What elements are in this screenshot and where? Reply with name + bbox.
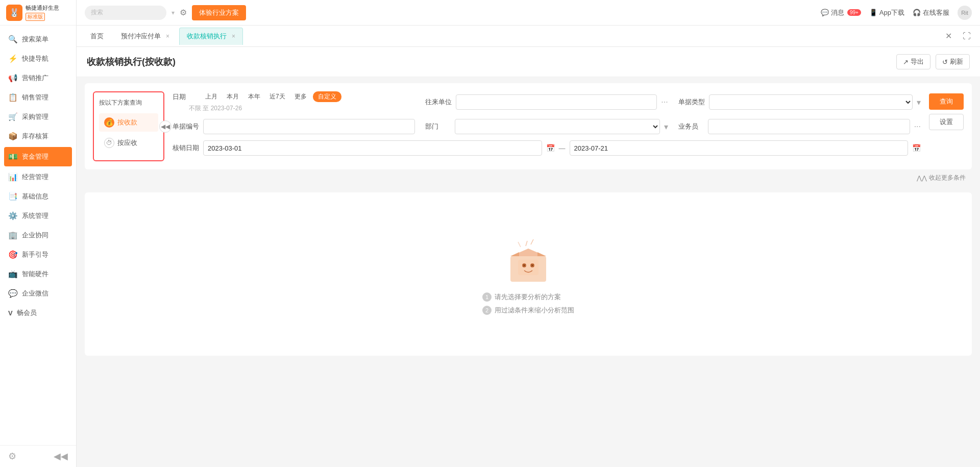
sidebar-item-finance[interactable]: 💵 资金管理 xyxy=(4,147,72,166)
doc-number-input[interactable] xyxy=(203,119,415,134)
empty-illustration xyxy=(498,233,559,284)
page-header-actions: ↗ 导出 ↺ 刷新 xyxy=(896,54,970,77)
filter-row-2: 单据编号 部门 ▾ 业务员 xyxy=(173,119,921,134)
page-content: 收款核销执行(按收款) ↗ 导出 ↺ 刷新 按以下方案查询 xyxy=(77,47,980,467)
main-area: 搜索 ▾ ⚙ 体验行业方案 💬 消息 99+ 📱 App下载 🎧 在线客服 Ri… xyxy=(77,0,980,467)
sidebar-item-search[interactable]: 🔍 搜索菜单 xyxy=(0,30,76,49)
last-month-shortcut[interactable]: 上月 xyxy=(202,91,220,102)
sidebar-item-wechat[interactable]: 💬 企业微信 xyxy=(0,284,76,303)
topbar-left: 搜索 ▾ ⚙ 体验行业方案 xyxy=(85,5,246,20)
list-area: 1 请先选择要分析的方案 2 用过滤条件来缩小分析范围 xyxy=(85,192,972,356)
tip-1-number: 1 xyxy=(482,292,492,302)
sidebar-item-hardware[interactable]: 📺 智能硬件 xyxy=(0,264,76,284)
filter-fields: 日期 上月 本月 本年 近7天 更多 自定义 不限 至 2 xyxy=(173,91,921,161)
quick-nav-icon: ⚡ xyxy=(8,54,18,63)
query-button[interactable]: 查询 xyxy=(929,93,964,110)
topbar-right: 💬 消息 99+ 📱 App下载 🎧 在线客服 Rit xyxy=(821,6,972,20)
sidebar-item-sales[interactable]: 📋 销售管理 xyxy=(0,88,76,107)
topbar-gear-icon[interactable]: ⚙ xyxy=(180,8,187,17)
department-label: 部门 xyxy=(425,122,451,131)
topbar: 搜索 ▾ ⚙ 体验行业方案 💬 消息 99+ 📱 App下载 🎧 在线客服 Ri… xyxy=(77,0,980,26)
app-version: 标准版 xyxy=(26,13,45,21)
doc-number-label: 单据编号 xyxy=(173,122,199,131)
sidebar-item-basic-info[interactable]: 📑 基础信息 xyxy=(0,187,76,206)
close-tab-icon[interactable]: ✕ xyxy=(941,29,955,43)
staff-field: 业务员 ··· xyxy=(678,119,921,134)
verify-date-end-calendar-icon[interactable]: 📅 xyxy=(912,144,921,152)
industry-solution-button[interactable]: 体验行业方案 xyxy=(192,5,246,20)
marketing-icon: 📢 xyxy=(8,73,18,83)
sidebar-item-marketing[interactable]: 📢 营销推广 xyxy=(0,68,76,88)
counterparty-picker-icon[interactable]: ··· xyxy=(661,97,668,107)
this-year-shortcut[interactable]: 本年 xyxy=(245,91,263,102)
user-avatar[interactable]: Rit xyxy=(958,6,972,20)
sidebar-item-business[interactable]: 📊 经营管理 xyxy=(0,167,76,187)
member-icon: V xyxy=(8,309,13,317)
sidebar-item-member[interactable]: V 畅会员 xyxy=(0,303,76,323)
counterparty-field: 往来单位 ··· xyxy=(425,94,668,110)
department-select[interactable] xyxy=(455,119,659,134)
sidebar-item-inventory[interactable]: 📦 库存核算 xyxy=(0,127,76,146)
export-icon: ↗ xyxy=(903,58,909,66)
messages-badge: 99+ xyxy=(847,9,861,16)
date-hint: 不限 至 2023-07-26 xyxy=(189,104,415,113)
expand-tab-icon[interactable]: ⛶ xyxy=(960,29,974,43)
refresh-button[interactable]: ↺ 刷新 xyxy=(936,54,970,69)
collapse-more-bar: ⋀⋀ 收起更多条件 xyxy=(77,171,980,188)
verify-date-start-calendar-icon[interactable]: 📅 xyxy=(546,144,555,152)
export-button[interactable]: ↗ 导出 xyxy=(896,54,930,69)
tab-prepay[interactable]: 预付冲应付单 × xyxy=(113,28,177,45)
staff-label: 业务员 xyxy=(678,122,704,131)
doc-type-select[interactable] xyxy=(709,94,913,110)
filter-collapse-button[interactable]: ◀◀ xyxy=(159,120,172,133)
collapse-more-button[interactable]: ⋀⋀ 收起更多条件 xyxy=(911,171,972,184)
verify-date-start-input[interactable] xyxy=(203,140,542,156)
empty-tips: 1 请先选择要分析的方案 2 用过滤条件来缩小分析范围 xyxy=(482,292,574,315)
department-field: 部门 ▾ xyxy=(425,119,668,134)
tab-home[interactable]: 首页 xyxy=(83,28,111,45)
collapse-sidebar-icon[interactable]: ◀◀ xyxy=(54,451,68,462)
svg-marker-2 xyxy=(510,252,519,256)
hardware-icon: 📺 xyxy=(8,269,18,279)
this-month-shortcut[interactable]: 本月 xyxy=(224,91,242,102)
sidebar: 🐰 畅捷通好生意 标准版 🔍 搜索菜单 ⚡ 快捷导航 📢 营销推广 📋 销售管理… xyxy=(0,0,77,467)
last-7days-shortcut[interactable]: 近7天 xyxy=(266,91,288,102)
service-icon: 🎧 xyxy=(913,9,921,16)
settings-icon[interactable]: ⚙ xyxy=(8,451,16,462)
staff-picker-icon[interactable]: ··· xyxy=(914,122,921,131)
counterparty-label: 往来单位 xyxy=(425,97,452,107)
custom-shortcut[interactable]: 自定义 xyxy=(313,91,341,102)
tab-prepay-close-icon[interactable]: × xyxy=(166,33,169,40)
guide-icon: 🎯 xyxy=(8,250,18,259)
verify-date-label: 核销日期 xyxy=(173,143,199,153)
tab-receipt-verify[interactable]: 收款核销执行 × xyxy=(179,28,243,45)
tab-receipt-verify-close-icon[interactable]: × xyxy=(232,33,235,40)
topbar-breadcrumb-arrow: ▾ xyxy=(172,9,175,16)
counterparty-input[interactable] xyxy=(456,94,657,110)
topbar-search-placeholder: 搜索 xyxy=(91,8,103,17)
messages-button[interactable]: 💬 消息 99+ xyxy=(821,8,861,17)
query-actions: 查询 设置 xyxy=(929,91,964,161)
online-service-button[interactable]: 🎧 在线客服 xyxy=(913,8,949,17)
empty-state: 1 请先选择要分析的方案 2 用过滤条件来缩小分析范围 xyxy=(482,233,574,315)
sidebar-item-system[interactable]: ⚙️ 系统管理 xyxy=(0,206,76,226)
setting-button[interactable]: 设置 xyxy=(929,114,964,130)
verify-date-end-input[interactable] xyxy=(570,140,909,156)
filter-by-receipt[interactable]: 💰 按收款 xyxy=(99,113,158,132)
sidebar-item-enterprise[interactable]: 🏢 企业协同 xyxy=(0,226,76,245)
message-icon: 💬 xyxy=(821,9,829,16)
sidebar-item-purchase[interactable]: 🛒 采购管理 xyxy=(0,107,76,127)
department-arrow-icon: ▾ xyxy=(664,122,668,132)
staff-input[interactable] xyxy=(708,119,910,134)
date-range-separator: — xyxy=(559,144,566,152)
app-download-button[interactable]: 📱 App下载 xyxy=(869,8,904,17)
more-shortcut[interactable]: 更多 xyxy=(291,91,310,102)
sidebar-item-quick-nav[interactable]: ⚡ 快捷导航 xyxy=(0,49,76,68)
basic-info-icon: 📑 xyxy=(8,192,18,201)
filter-by-receivable[interactable]: ⏱ 按应收 xyxy=(99,134,158,152)
empty-tip-1: 1 请先选择要分析的方案 xyxy=(482,292,574,302)
sidebar-footer: ⚙ ◀◀ xyxy=(0,445,76,467)
finance-icon: 💵 xyxy=(8,152,18,161)
page-header: 收款核销执行(按收款) ↗ 导出 ↺ 刷新 xyxy=(77,47,980,77)
sidebar-item-guide[interactable]: 🎯 新手引导 xyxy=(0,245,76,264)
